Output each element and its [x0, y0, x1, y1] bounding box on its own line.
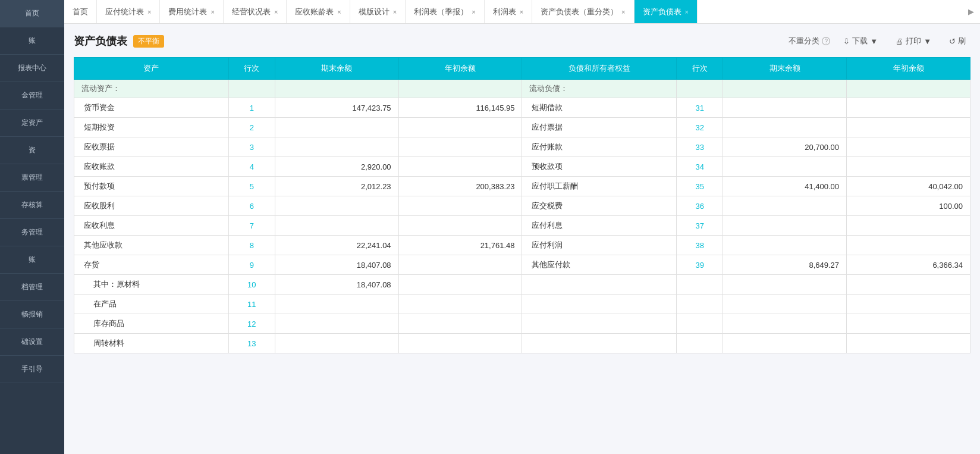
- tab-close-receivable-aging[interactable]: ×: [337, 8, 341, 15]
- cell-end-l-4: 2,012.23: [275, 177, 398, 196]
- cell-begin-l-6: [398, 216, 522, 236]
- cell-liability-4: 应付职工薪酬: [522, 177, 677, 196]
- cell-end-l-2: [275, 137, 398, 157]
- col-header-end-r: 期末余额: [723, 58, 847, 80]
- table-row: 应收账款 4 2,920.00 预收款项 34: [74, 157, 970, 177]
- cell-begin-l-2: [398, 137, 522, 157]
- cell-asset-11: 库存商品: [74, 314, 229, 334]
- cell-row-l-0: 1: [228, 98, 275, 118]
- tab-close-profit-quarterly[interactable]: ×: [472, 8, 475, 15]
- cell-asset-9: 其中：原材料: [74, 275, 229, 295]
- cell-begin-r-7: [847, 236, 970, 255]
- cell-row-r-9: [677, 275, 723, 295]
- tab-business-status[interactable]: 经营状况表 ×: [224, 0, 287, 24]
- sidebar-item-tax-mgmt[interactable]: 务管理: [0, 219, 64, 246]
- tab-close-template-design[interactable]: ×: [393, 8, 397, 15]
- cell-row-l-7: 8: [228, 236, 275, 255]
- cell-row-l-6: 7: [228, 216, 275, 236]
- table-row: 其中：原材料 10 18,407.08: [74, 275, 970, 295]
- sidebar-item-guide[interactable]: 手引导: [0, 356, 64, 383]
- cell-end-l-8: 18,407.08: [275, 255, 398, 275]
- cell-row-r-2: 33: [677, 137, 723, 157]
- tab-template-design[interactable]: 模版设计 ×: [350, 0, 406, 24]
- cell-row-l-5: 6: [228, 196, 275, 216]
- cell-begin-r-0: [847, 98, 970, 118]
- cell-row-l-2: 3: [228, 137, 275, 157]
- cell-end-l-12: [275, 334, 398, 353]
- download-icon: ⇩: [843, 37, 850, 46]
- tab-receivable-aging[interactable]: 应收账龄表 ×: [287, 0, 350, 24]
- cell-begin-l-9: [398, 275, 522, 295]
- sidebar-item-ledger[interactable]: 账: [0, 246, 64, 274]
- cell-asset-3: 应收账款: [74, 157, 229, 177]
- tab-scroll-right[interactable]: ▶: [962, 7, 980, 16]
- download-button[interactable]: ⇩ 下载 ▼: [838, 33, 882, 49]
- tab-close-payable-stats[interactable]: ×: [147, 8, 151, 15]
- cell-end-r-11: [723, 314, 847, 334]
- tab-payable-stats[interactable]: 应付统计表 ×: [97, 0, 160, 24]
- cell-row-r-11: [677, 314, 723, 334]
- sidebar-item-home[interactable]: 首页: [0, 0, 64, 27]
- cell-row-r-12: [677, 334, 723, 353]
- cell-end-r-4: 41,400.00: [723, 177, 847, 196]
- cell-end-r-5: [723, 196, 847, 216]
- sidebar-item-inventory[interactable]: 存核算: [0, 192, 64, 219]
- cell-row-r-3: 34: [677, 157, 723, 177]
- sidebar-item-expense[interactable]: 畅报销: [0, 301, 64, 328]
- cell-row-l-11: 12: [228, 314, 275, 334]
- cell-begin-l-12: [398, 334, 522, 353]
- col-header-row-l: 行次: [228, 58, 275, 80]
- col-header-end-l: 期末余额: [275, 58, 398, 80]
- cell-asset-0: 货币资金: [74, 98, 229, 118]
- refresh-button[interactable]: ↺ 刷: [944, 33, 970, 49]
- tab-close-expense-stats[interactable]: ×: [211, 8, 214, 15]
- sidebar-item-investment[interactable]: 资: [0, 137, 64, 164]
- sidebar-item-ticket-mgmt[interactable]: 票管理: [0, 164, 64, 192]
- sidebar-item-settings[interactable]: 础设置: [0, 328, 64, 356]
- tab-close-business-status[interactable]: ×: [274, 8, 278, 15]
- tab-home[interactable]: 首页: [64, 0, 97, 24]
- cell-asset-7: 其他应收款: [74, 236, 229, 255]
- sidebar-item-report-center[interactable]: 报表中心: [0, 55, 64, 82]
- tab-close-balance-reclassified[interactable]: ×: [621, 8, 625, 15]
- cell-end-r-0: [723, 98, 847, 118]
- cell-end-l-0: 147,423.75: [275, 98, 398, 118]
- cell-begin-r-6: [847, 216, 970, 236]
- tab-profit[interactable]: 利润表 ×: [485, 0, 532, 24]
- refresh-icon: ↺: [949, 37, 956, 46]
- tab-profit-quarterly[interactable]: 利润表（季报） ×: [406, 0, 484, 24]
- cell-row-l-9: 10: [228, 275, 275, 295]
- cell-begin-r-1: [847, 118, 970, 137]
- unbalanced-badge: 不平衡: [133, 35, 164, 48]
- no-classify-option[interactable]: 不重分类 ?: [789, 36, 830, 46]
- tab-close-balance[interactable]: ×: [685, 8, 689, 15]
- tab-balance[interactable]: 资产负债表 ×: [635, 0, 698, 24]
- sidebar-item-fund-mgmt[interactable]: 金管理: [0, 82, 64, 109]
- toolbar-right: 不重分类 ? ⇩ 下载 ▼ 🖨 打印 ▼ ↺ 刷: [789, 33, 970, 49]
- cell-row-l-10: 11: [228, 295, 275, 314]
- print-chevron-icon: ▼: [924, 37, 931, 46]
- sidebar-item-archive[interactable]: 档管理: [0, 274, 64, 301]
- cell-liability-0: 短期借款: [522, 98, 677, 118]
- cell-row-r-1: 32: [677, 118, 723, 137]
- cell-begin-l-1: [398, 118, 522, 137]
- cell-asset-8: 存货: [74, 255, 229, 275]
- cell-liability-8: 其他应付款: [522, 255, 677, 275]
- cell-begin-l-0: 116,145.95: [398, 98, 522, 118]
- tab-balance-reclassified[interactable]: 资产负债表（重分类） ×: [532, 0, 634, 24]
- cell-asset-6: 应收利息: [74, 216, 229, 236]
- cell-end-r-6: [723, 216, 847, 236]
- cell-liability-7: 应付利润: [522, 236, 677, 255]
- tab-close-profit[interactable]: ×: [520, 8, 523, 15]
- sidebar-item-account[interactable]: 账: [0, 27, 64, 55]
- table-row: 应收利息 7 应付利息 37: [74, 216, 970, 236]
- tab-expense-stats[interactable]: 费用统计表 ×: [160, 0, 223, 24]
- sidebar-item-fixed-assets[interactable]: 定资产: [0, 109, 64, 137]
- print-button[interactable]: 🖨 打印 ▼: [891, 33, 936, 49]
- cell-begin-r-11: [847, 314, 970, 334]
- table-row: 预付款项 5 2,012.23 200,383.23 应付职工薪酬 35 41,…: [74, 177, 970, 196]
- table-row: 应收票据 3 应付账款 33 20,700.00: [74, 137, 970, 157]
- cell-end-r-2: 20,700.00: [723, 137, 847, 157]
- cell-end-l-3: 2,920.00: [275, 157, 398, 177]
- table-row: 在产品 11: [74, 295, 970, 314]
